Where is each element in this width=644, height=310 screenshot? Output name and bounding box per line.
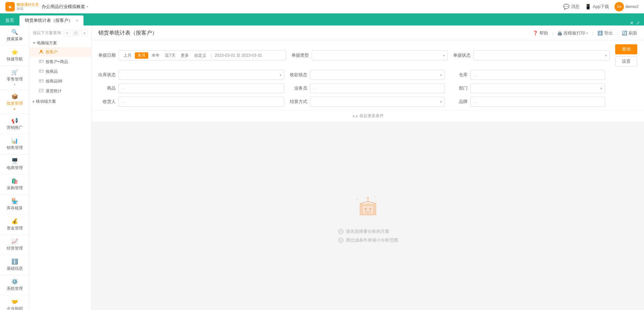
warehouse-control[interactable]: ··· [470, 70, 605, 80]
brand-control[interactable]: ··· [470, 97, 605, 107]
order-status-control[interactable]: ▾ [473, 50, 610, 60]
collapse-bar[interactable]: ∧∧ 收起更多条件 [92, 110, 644, 121]
department-field: 部门 ▾ [450, 83, 605, 93]
settings-button[interactable]: 设置 [615, 56, 637, 66]
user-avatar: Ea [614, 2, 624, 11]
scheme-item-by-product-label: 按商品 [46, 69, 58, 74]
panel-settings-btn[interactable]: ⊙ [72, 30, 79, 36]
scheme-item-returns[interactable]: 退货统计 [30, 86, 91, 96]
scheme-group-mobile-header[interactable]: 移动端方案 [30, 97, 91, 106]
date-last-7days[interactable]: 近7天 [163, 52, 177, 59]
user-profile[interactable]: Ea demo2 [614, 2, 639, 11]
empty-state: ✦ ✦ ✦ 1 请先选择要分析的方案 2 用过滤条件来缩小分析范围 [92, 121, 644, 310]
template-print-button[interactable]: 🖨️ 按模板打印 ▾ [557, 30, 588, 36]
payment-field: 收款状态 ▾ [290, 70, 445, 80]
sidebar-item-sales-label: 销售管理 [7, 145, 23, 151]
divider3: | [617, 31, 618, 36]
receiver-control[interactable]: ··· [118, 97, 284, 107]
product-99-icon [39, 79, 44, 84]
customer-product-icon [39, 59, 44, 65]
header-title-text: 办公用品行业模拟账套 [42, 4, 85, 10]
mobile-expand-arrow-icon [33, 100, 35, 103]
collapse-up-icon: ∧∧ [352, 114, 358, 118]
scheme-item-by-customer-product[interactable]: 按客户+商品 [30, 57, 91, 67]
tip-num-2: 2 [338, 237, 344, 243]
tip-text-1: 请先选择要分析的方案 [346, 228, 389, 235]
add-icon: + [66, 30, 68, 36]
filter-row-4: 收货人 ··· 结算方式 ▾ 品牌 ··· [98, 97, 637, 110]
scheme-item-by-product[interactable]: 按商品 [30, 67, 91, 76]
collapse-left-icon: « [83, 30, 86, 36]
tab-home-label: 首页 [5, 17, 14, 23]
top-header: 畅 畅捷通好生意 标版 办公用品行业模拟账套 ▾ 💬 消息 📱 App下载 Ea… [0, 0, 644, 13]
sidebar-item-ecommerce[interactable]: 🖥️ 电商管理 [0, 154, 29, 174]
order-type-control[interactable]: ▾ [312, 50, 448, 60]
sidebar-item-operation[interactable]: 📈 经营管理 [0, 235, 29, 255]
goods-label: 商品 [98, 85, 116, 91]
sidebar-item-sales[interactable]: 📊 销售管理 [0, 134, 29, 154]
date-this-year[interactable]: 本年 [150, 52, 162, 59]
sidebar-item-system[interactable]: ⚙️ 系统管理 [0, 275, 29, 295]
sidebar-item-search-label: 搜索菜单 [7, 36, 23, 42]
panel-header-label: 按以下方案查询 [33, 30, 61, 36]
sidebar-item-cooperation[interactable]: 🤝 企业协同 [0, 295, 29, 310]
inventory-icon: 🏪 [11, 198, 18, 204]
sidebar-item-wholesale[interactable]: 📦 批发管理 ▲ [0, 90, 29, 114]
tab-home[interactable]: 首页 [0, 15, 19, 25]
sidebar-item-marketing[interactable]: 📢 营销推广 [0, 114, 29, 134]
department-control[interactable]: ▾ [470, 83, 605, 93]
sidebar-item-purchase[interactable]: 🛍️ 采购管理 [0, 174, 29, 195]
returns-icon [39, 88, 44, 94]
scheme-group-desktop-header[interactable]: 电脑端方案 [30, 39, 91, 47]
help-button[interactable]: ❓ 帮助 [533, 30, 548, 36]
payment-control[interactable]: ▾ [310, 70, 445, 80]
page-title: 销货单统计表（按客户） [98, 30, 157, 37]
sidebar-item-quicknav[interactable]: ⭐ 快捷导航 [0, 46, 29, 66]
scheme-item-by-customer[interactable]: 按客户 [30, 47, 91, 57]
sidebar-item-inventory[interactable]: 🏪 库存核算 [0, 195, 29, 215]
header-breadcrumb[interactable]: 办公用品行业模拟账套 ▾ [42, 4, 88, 10]
wholesale-expand-icon: ▲ [13, 107, 16, 110]
message-button[interactable]: 💬 消息 [563, 4, 580, 10]
app-download-button[interactable]: 📱 App下载 [585, 4, 609, 10]
order-status-field: 单据状态 ▾ [453, 50, 610, 60]
panel-actions: + ⊙ « [64, 30, 88, 36]
operation-icon: 📈 [11, 238, 18, 245]
date-custom[interactable]: 自定义 [192, 52, 208, 59]
user-name: demo2 [625, 4, 639, 9]
salesperson-control[interactable]: ··· [310, 83, 445, 93]
tab-window-expand[interactable]: ⤢ [636, 20, 640, 25]
divider1: | [552, 31, 553, 36]
date-this-month[interactable]: 本月 [135, 52, 148, 59]
panel-collapse-btn[interactable]: « [81, 30, 88, 36]
department-label: 部门 [450, 85, 468, 91]
svg-rect-12 [39, 89, 43, 92]
panel-add-btn[interactable]: + [64, 30, 70, 36]
header-left: 畅 畅捷通好生意 标版 办公用品行业模拟账套 ▾ [5, 2, 88, 11]
secondary-panel: 按以下方案查询 + ⊙ « 电脑端方案 [30, 25, 92, 310]
header-right: 💬 消息 📱 App下载 Ea demo2 [563, 2, 639, 11]
sidebar-item-basic-info[interactable]: ℹ️ 基础信息 [0, 255, 29, 275]
tab-close-icon[interactable]: × [76, 18, 78, 22]
tab-expand-area: ✕ ⤢ [626, 20, 644, 25]
tab-sales-stat[interactable]: 销货单统计表（按客户） × [19, 15, 84, 25]
header-title-arrow[interactable]: ▾ [87, 5, 88, 8]
order-status-label: 单据状态 [453, 52, 471, 58]
outstock-control[interactable]: ▾ [118, 70, 284, 80]
refresh-button[interactable]: 🔄 刷新 [622, 30, 637, 36]
settlement-control[interactable]: ▾ [310, 97, 445, 107]
help-label: 帮助 [539, 30, 548, 36]
sidebar-item-finance[interactable]: 💰 资金管理 [0, 215, 29, 235]
scheme-item-by-product-99[interactable]: 按商品99 [30, 76, 91, 86]
query-button[interactable]: 查询 [615, 44, 637, 54]
sidebar-item-search[interactable]: 🔍 搜索菜单 [0, 25, 29, 46]
export-button[interactable]: ⬇️ 导出 [597, 30, 613, 36]
sidebar-item-retail[interactable]: 🛒 零售管理 ▼ [0, 66, 29, 90]
tab-window-close[interactable]: ✕ [630, 20, 634, 25]
outstock-arrow: ▾ [280, 73, 281, 77]
sidebar-item-inventory-label: 库存核算 [7, 205, 23, 211]
date-filter-control[interactable]: 上月 本月 本年 近7天 更多 自定义 | 2023-03-01 至 2023-… [118, 50, 286, 60]
date-more[interactable]: 更多 [179, 52, 191, 59]
goods-control[interactable]: ··· [118, 83, 284, 93]
date-last-month[interactable]: 上月 [121, 52, 133, 59]
